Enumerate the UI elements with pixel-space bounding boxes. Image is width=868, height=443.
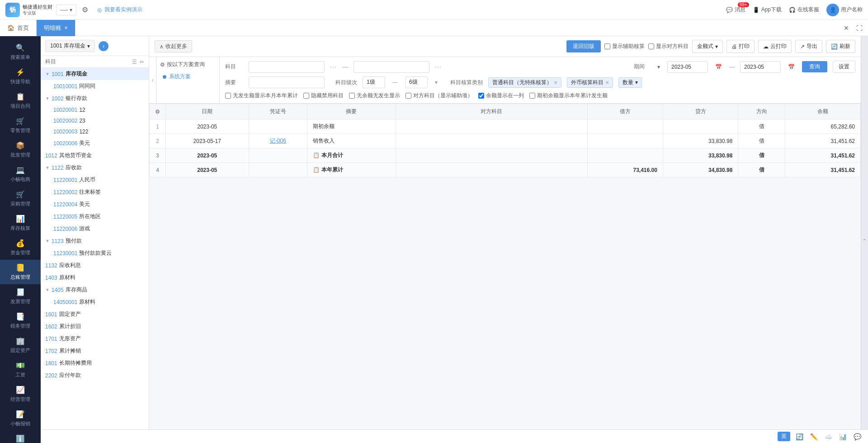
checkbox-no-balance[interactable]: 无余额无发生显示 xyxy=(349,92,400,100)
tree-node-1132[interactable]: 1132 应收利息 xyxy=(41,259,149,272)
query-btn[interactable]: 查询 xyxy=(802,61,827,72)
bottom-icon-chart[interactable]: 📊 xyxy=(837,431,848,442)
tag-close-0[interactable]: ✕ xyxy=(554,80,557,85)
checkbox-opening-balance[interactable]: 期初余额显示本年累计发生额 xyxy=(529,92,608,100)
tree-node-1122[interactable]: ▼ 1122 应收款 xyxy=(41,162,149,174)
nav-item-project[interactable]: 📋 项目合同 xyxy=(0,89,41,113)
user-avatar[interactable]: 👤 用户名称 xyxy=(826,4,863,16)
bottom-icon-edit[interactable]: ✏️ xyxy=(808,431,819,442)
nav-item-salary[interactable]: 💵 工资 xyxy=(0,357,41,382)
nav-item-basic[interactable]: ℹ️ 基础信息 xyxy=(0,431,41,443)
nav-item-wholesale[interactable]: 📦 批发管理 xyxy=(0,138,41,162)
tree-node-1602[interactable]: 1602 累计折旧 xyxy=(41,320,149,333)
cb-no-balance[interactable] xyxy=(349,93,355,99)
export-btn[interactable]: ↗ 导出 xyxy=(795,40,822,53)
checkbox-balance-one-col[interactable]: 余额显示在一列 xyxy=(478,92,524,100)
cb-show-contra[interactable] xyxy=(406,93,411,99)
tree-node-10020006[interactable]: 10020006 美元 xyxy=(41,137,149,149)
nav-item-search[interactable]: 🔍 搜索菜单 xyxy=(0,40,41,64)
tag-close-1[interactable]: ✕ xyxy=(605,80,609,85)
nav-item-report[interactable]: 📝 小畅报销 xyxy=(0,406,41,431)
tree-node-11220004[interactable]: 11220004 美元 xyxy=(41,198,149,210)
nav-item-quick[interactable]: ⚡ 快捷导航 xyxy=(0,64,41,89)
level-end-select[interactable]: 6级 xyxy=(405,76,428,88)
edit-icon[interactable]: ✏ xyxy=(140,59,144,65)
tab-home[interactable]: 🏠 首页 xyxy=(0,20,37,36)
checkbox-no-amount[interactable]: 无发生额显示本月本年累计 xyxy=(225,92,298,100)
tab-detail[interactable]: 明细账 ✕ xyxy=(37,20,75,36)
tree-node-10020001[interactable]: 10020001 12 xyxy=(41,105,149,115)
nav-item-asset[interactable]: 🏢 固定资产 xyxy=(0,333,41,357)
online-service-btn[interactable]: 🎧 在线客服 xyxy=(789,6,819,14)
subject-input-2[interactable] xyxy=(354,61,429,73)
list-icon[interactable]: ☰ xyxy=(132,59,137,65)
tree-node-1001[interactable]: ▼ 1001 库存现金 xyxy=(41,68,149,80)
tree-nav-next[interactable]: › xyxy=(99,41,108,51)
checkbox-hide-disabled[interactable]: 隐藏禁用科目 xyxy=(303,92,344,100)
bottom-icon-cloud[interactable]: ☁️ xyxy=(823,431,834,442)
cb-no-amount[interactable] xyxy=(225,93,231,99)
filter-chevron[interactable]: ‹ xyxy=(149,57,156,103)
nav-item-ecommerce[interactable]: 💻 小畅电商 xyxy=(0,162,41,186)
tree-node-1601[interactable]: 1601 固定资产 xyxy=(41,308,149,320)
demo-link[interactable]: ◎ 我要看实例演示 xyxy=(97,6,142,14)
level-start-select[interactable]: 1级 xyxy=(363,76,385,88)
expand-window-btn[interactable]: ⛶ xyxy=(854,23,864,33)
nav-item-capital[interactable]: 💰 资金管理 xyxy=(0,235,41,260)
tree-node-1801[interactable]: 1801 长期待摊费用 xyxy=(41,357,149,369)
message-btn[interactable]: 💬 消息 99+ xyxy=(726,6,745,14)
tree-node-11220002[interactable]: 11220002 往来标签 xyxy=(41,186,149,198)
back-old-version-btn[interactable]: 退回旧版 xyxy=(566,40,601,52)
show-contra-check[interactable]: 显示对方科目 xyxy=(648,43,689,50)
tree-node-1403[interactable]: 1403 原材料 xyxy=(41,272,149,284)
tree-node-1405[interactable]: ▼ 1405 库存商品 xyxy=(41,284,149,296)
app-download-btn[interactable]: 📱 App下载 xyxy=(753,6,782,14)
tree-node-10020003[interactable]: 10020003 122 xyxy=(41,126,149,137)
nav-item-general[interactable]: 📒 总账管理 xyxy=(0,260,41,284)
close-window-btn[interactable]: ✕ xyxy=(842,23,851,33)
collapse-btn[interactable]: ∧ 收起更多 xyxy=(155,40,192,52)
tree-node-11220001[interactable]: 11220001 人民币 xyxy=(41,174,149,186)
nav-item-inventory[interactable]: 📊 库存核算 xyxy=(0,211,41,235)
cb-balance-one-col[interactable] xyxy=(478,93,484,99)
settings-icon[interactable]: ⚙ xyxy=(80,4,90,16)
filter-system-scheme[interactable]: 系统方案 xyxy=(160,71,216,82)
tree-node-10010001[interactable]: 10010001 同同同 xyxy=(41,80,149,92)
tree-node-11230001[interactable]: 11230001 预付款款黄云 xyxy=(41,247,149,259)
refresh-btn[interactable]: 🔄 刷新 xyxy=(826,40,855,53)
tree-node-10020002[interactable]: 10020002 23 xyxy=(41,115,149,126)
row-voucher[interactable]: 记-006 xyxy=(249,134,307,148)
tree-node-1012[interactable]: 1012 其他货币资金 xyxy=(41,149,149,162)
nav-item-tax[interactable]: 📑 税务管理 xyxy=(0,309,41,333)
cb-opening-balance[interactable] xyxy=(529,93,535,99)
th-settings[interactable]: ⚙ xyxy=(150,104,166,119)
voucher-link[interactable]: 记-006 xyxy=(270,138,286,144)
bottom-icon-sync[interactable]: 🔄 xyxy=(794,431,805,442)
nav-item-operation[interactable]: 📈 经营管理 xyxy=(0,382,41,406)
show-contra-checkbox[interactable] xyxy=(648,43,654,49)
filter-tag-2[interactable]: 数量 ▾ xyxy=(618,77,642,88)
tree-node-1002[interactable]: ▼ 1002 银行存款 xyxy=(41,92,149,105)
right-collapse[interactable]: ‹ xyxy=(861,36,868,443)
subject-input[interactable] xyxy=(249,61,325,73)
tree-node-1702[interactable]: 1702 累计摊销 xyxy=(41,345,149,357)
checkbox-show-contra[interactable]: 对方科目（显示辅助项） xyxy=(406,92,473,100)
tree-node-11220006[interactable]: 11220006 游戏 xyxy=(41,223,149,235)
tab-close-icon[interactable]: ✕ xyxy=(64,25,68,30)
cloud-print-btn[interactable]: ☁ 云打印 xyxy=(758,40,792,53)
show-assist-check[interactable]: 显示辅助核算 xyxy=(604,43,645,50)
tree-node-11220005[interactable]: 11220005 所在地区 xyxy=(41,210,149,223)
tree-node-1123[interactable]: ▼ 1123 预付款 xyxy=(41,235,149,247)
period-end-input[interactable]: 2023-05 xyxy=(740,61,781,73)
period-start-input[interactable]: 2023-05 xyxy=(667,61,708,73)
nav-item-retail[interactable]: 🛒 零售管理 xyxy=(0,113,41,138)
tree-node-2202[interactable]: 2202 应付年款 xyxy=(41,369,149,381)
topbar-dropdown[interactable]: ── ▾ xyxy=(56,5,76,15)
nav-item-invoice[interactable]: 🧾 发票管理 xyxy=(0,284,41,309)
tree-header-btn[interactable]: 1001 库存现金 ▾ xyxy=(45,40,95,52)
cb-hide-disabled[interactable] xyxy=(303,93,309,99)
tree-node-1701[interactable]: 1701 无形资产 xyxy=(41,333,149,345)
summary-input[interactable] xyxy=(249,76,325,88)
tree-node-14050001[interactable]: 14050001 原材料 xyxy=(41,296,149,308)
format-btn[interactable]: 金额式 ▾ xyxy=(692,40,723,53)
